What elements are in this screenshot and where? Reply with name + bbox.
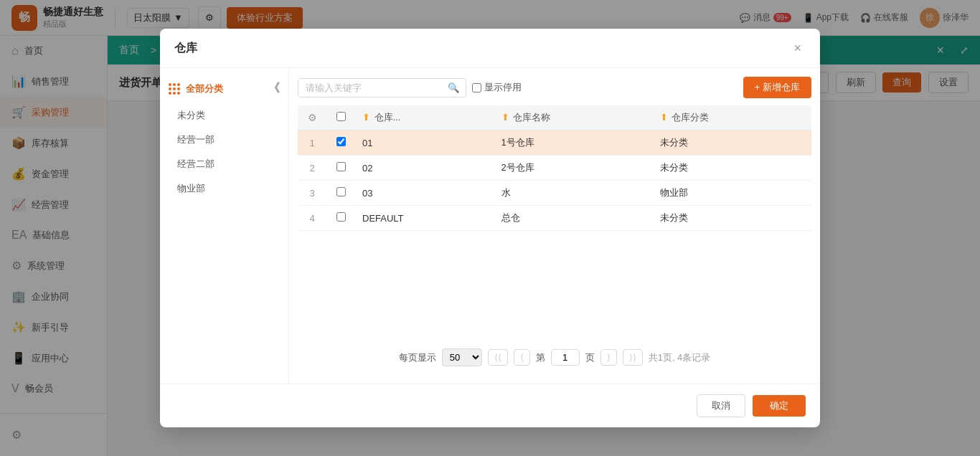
show-disabled-checkbox[interactable] (472, 83, 481, 92)
row-checkbox-0[interactable] (336, 137, 346, 146)
col-settings: ⚙ (298, 105, 326, 130)
last-page-btn[interactable]: ⟩⟩ (623, 349, 643, 366)
warehouse-table: ⚙ ⬆ 仓库... (298, 105, 811, 231)
table-row[interactable]: 2 02 2号仓库 未分类 (298, 156, 811, 181)
page-unit: 页 (585, 351, 595, 364)
row-checkbox-1[interactable] (336, 162, 346, 171)
col-category: ⬆ 仓库分类 (653, 105, 811, 130)
cell-name: 1号仓库 (494, 130, 653, 156)
cell-num: 2 (298, 156, 326, 181)
collapse-panel-btn[interactable]: 《 (268, 81, 280, 96)
search-input-wrap: 🔍 (298, 78, 466, 98)
table-row[interactable]: 3 03 水 物业部 (298, 181, 811, 206)
col-code: ⬆ 仓库... (355, 105, 494, 130)
category-header: 全部分类 《 (160, 77, 288, 103)
cell-name: 水 (494, 181, 653, 206)
table-body: 1 01 1号仓库 未分类 2 02 2号仓库 未分类 3 03 水 物业部 4 (298, 130, 811, 231)
page-label: 第 (536, 351, 545, 364)
pagination: 每页显示 50 10 20 100 ⟨⟨ ⟨ 第 页 (298, 340, 811, 375)
modal-overlay: 仓库 × (108, 36, 980, 456)
cancel-btn[interactable]: 取消 (697, 394, 745, 417)
prev-page-btn[interactable]: ⟨ (514, 349, 530, 366)
table-panel: 🔍 显示停用 + 新增仓库 (289, 68, 820, 384)
sort-icon-name: ⬆ (501, 112, 509, 123)
page-size-label: 每页显示 (399, 351, 436, 364)
col-name: ⬆ 仓库名称 (494, 105, 653, 130)
search-area: 🔍 显示停用 (298, 78, 522, 98)
category-item-0[interactable]: 未分类 (160, 103, 288, 128)
row-checkbox-2[interactable] (336, 187, 346, 196)
table-container: ⚙ ⬆ 仓库... (298, 105, 811, 340)
warehouse-modal: 仓库 × (160, 36, 820, 427)
cell-checkbox (326, 206, 355, 231)
select-all-checkbox[interactable] (336, 112, 346, 121)
page-input[interactable] (551, 349, 580, 366)
cell-checkbox (326, 156, 355, 181)
grid-icon (169, 83, 180, 95)
cell-name: 总仓 (494, 206, 653, 231)
all-category[interactable]: 全部分类 (169, 82, 223, 95)
cell-checkbox (326, 130, 355, 156)
cell-checkbox (326, 181, 355, 206)
search-btn[interactable]: 🔍 (442, 79, 466, 97)
cell-category: 物业部 (653, 181, 811, 206)
modal-footer: 取消 确定 (160, 384, 820, 427)
modal-body: 全部分类 《 未分类经营一部经营二部物业部 (160, 68, 820, 384)
category-item-3[interactable]: 物业部 (160, 176, 288, 201)
category-panel: 全部分类 《 未分类经营一部经营二部物业部 (160, 68, 289, 384)
cell-code: 01 (355, 130, 494, 156)
show-disabled-label: 显示停用 (484, 81, 522, 94)
page-size-select[interactable]: 50 10 20 100 (442, 348, 482, 366)
cell-category: 未分类 (653, 130, 811, 156)
table-toolbar: 🔍 显示停用 + 新增仓库 (298, 77, 811, 98)
table-row[interactable]: 4 DEFAULT 总仓 未分类 (298, 206, 811, 231)
modal-header: 仓库 × (160, 36, 820, 68)
sort-icon-code: ⬆ (362, 112, 370, 123)
table-row[interactable]: 1 01 1号仓库 未分类 (298, 130, 811, 156)
cell-category: 未分类 (653, 156, 811, 181)
cell-code: 03 (355, 181, 494, 206)
cell-category: 未分类 (653, 206, 811, 231)
layout: ⌂首页📊销售管理🛒采购管理📦库存核算💰资金管理📈经营管理EA基础信息⚙系统管理🏢… (0, 36, 980, 456)
main-content: 首页 > 进货开单 × ⤢ 进货开单 按以下条件筛选 打印 导出 刷新 查询 设… (108, 36, 980, 456)
modal-title: 仓库 (174, 41, 197, 56)
cell-name: 2号仓库 (494, 156, 653, 181)
cell-code: 02 (355, 156, 494, 181)
confirm-btn[interactable]: 确定 (753, 395, 806, 417)
cell-num: 3 (298, 181, 326, 206)
first-page-btn[interactable]: ⟨⟨ (488, 349, 508, 366)
next-page-btn[interactable]: ⟩ (600, 349, 617, 366)
total-text: 共1页, 4条记录 (649, 351, 711, 364)
col-settings-icon[interactable]: ⚙ (308, 112, 317, 123)
cell-num: 4 (298, 206, 326, 231)
sort-icon-category: ⬆ (660, 112, 668, 123)
cell-num: 1 (298, 130, 326, 156)
category-item-2[interactable]: 经营二部 (160, 152, 288, 176)
category-item-1[interactable]: 经营一部 (160, 128, 288, 152)
row-checkbox-3[interactable] (336, 212, 346, 222)
table-head: ⚙ ⬆ 仓库... (298, 105, 811, 130)
add-warehouse-btn[interactable]: + 新增仓库 (743, 77, 811, 98)
table-header-row: ⚙ ⬆ 仓库... (298, 105, 811, 130)
show-disabled-wrap: 显示停用 (472, 81, 522, 94)
cell-code: DEFAULT (355, 206, 494, 231)
col-checkbox-header (326, 105, 355, 130)
category-list: 未分类经营一部经营二部物业部 (160, 103, 288, 201)
search-input[interactable] (298, 79, 442, 97)
modal-close-btn[interactable]: × (789, 40, 806, 56)
